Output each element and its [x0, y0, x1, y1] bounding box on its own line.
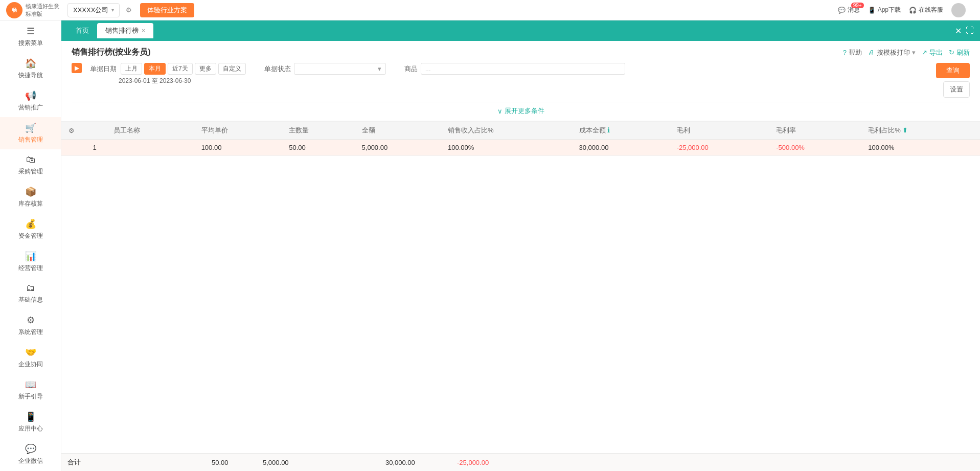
tab-home[interactable]: 首页	[67, 23, 97, 38]
print-arrow-icon: ▾	[912, 49, 916, 56]
message-badge: 99+	[851, 3, 864, 8]
sidebar-item-label: 营销推广	[18, 103, 43, 112]
try-button[interactable]: 体验行业方案	[140, 3, 194, 17]
sidebar-item-marketing[interactable]: 📢 营销推广	[0, 85, 61, 117]
settings-icon[interactable]: ⚙	[122, 3, 136, 17]
app-download-label: App下载	[878, 6, 901, 14]
collapse-toggle[interactable]: ▶	[72, 63, 82, 73]
close-window-icon[interactable]: ✕	[955, 26, 962, 36]
sidebar-item-label: 快捷导航	[18, 71, 43, 80]
footer-cost-amount: 30,000.00	[379, 459, 451, 466]
company-selector[interactable]: XXXXX公司 ▾	[67, 3, 120, 17]
finance-icon: 💰	[25, 218, 36, 230]
footer-main-qty: 50.00	[206, 459, 257, 466]
content-area: 首页 销售排行榜 × ✕ ⛶ 销售排行榜(按业务员) ? 帮助	[61, 20, 980, 471]
refresh-button[interactable]: ↻ 刷新	[949, 48, 970, 57]
th-settings[interactable]: ⚙	[61, 122, 82, 140]
tab-label: 销售排行榜	[105, 26, 139, 35]
filter-row-1: ▶ 单据日期 上月 本月 近7天 更多 自定义	[72, 63, 970, 98]
logo-area: 畅 畅康通好生意 标准版	[6, 2, 59, 18]
table-row: 1 100.00 50.00 5,000.00 100.00% 30,000.0…	[61, 140, 980, 156]
sidebar-item-app-center[interactable]: 📱 应用中心	[0, 406, 61, 438]
maximize-icon[interactable]: ⛶	[966, 26, 974, 35]
date-btn-last-month[interactable]: 上月	[121, 63, 142, 75]
sidebar-item-quick-nav[interactable]: 🏠 快捷导航	[0, 53, 61, 85]
footer-gross-profit: -25,000.00	[451, 459, 512, 466]
page-header: 销售排行榜(按业务员) ? 帮助 🖨 按模板打印 ▾ ↗	[61, 41, 980, 122]
online-service-label: 在线客服	[919, 6, 943, 14]
sidebar-item-purchase-mgmt[interactable]: 🛍 采购管理	[0, 149, 61, 181]
help-button[interactable]: ? 帮助	[843, 48, 862, 57]
th-gross-pct: 毛利占比% ⬆	[862, 122, 980, 140]
date-buttons: 上月 本月 近7天 更多 自定义	[121, 63, 246, 75]
filter-area: ▶ 单据日期 上月 本月 近7天 更多 自定义	[72, 63, 970, 121]
status-select[interactable]: ▾	[294, 63, 386, 75]
tab-sales-rank[interactable]: 销售排行榜 ×	[97, 23, 153, 38]
sidebar-item-basic-info[interactable]: 🗂 基础信息	[0, 278, 61, 309]
th-rank	[82, 122, 107, 140]
export-label: 导出	[929, 48, 943, 57]
sidebar-item-label: 库存核算	[18, 199, 43, 208]
sidebar-item-sales-mgmt[interactable]: 🛒 销售管理	[0, 117, 61, 149]
wechat-icon: 💬	[25, 443, 36, 455]
sidebar-item-enterprise-wechat[interactable]: 💬 企业微信	[0, 438, 61, 470]
page-title: 销售排行榜(按业务员)	[72, 47, 151, 58]
purchase-icon: 🛍	[26, 154, 35, 165]
expand-label: 展开更多条件	[505, 106, 544, 116]
avatar[interactable]	[951, 3, 966, 17]
sidebar-item-search-order[interactable]: ☰ 搜索菜单	[0, 20, 61, 53]
app-download-button[interactable]: 📱 App下载	[868, 6, 901, 14]
sidebar-item-label: 经营管理	[18, 264, 43, 273]
td-cost-amount: 30,000.00	[573, 140, 671, 156]
page-content: 销售排行榜(按业务员) ? 帮助 🖨 按模板打印 ▾ ↗	[61, 41, 980, 471]
online-service-button[interactable]: 🎧 在线客服	[909, 6, 943, 14]
tab-close-icon[interactable]: ×	[142, 27, 145, 34]
collab-icon: 🤝	[25, 347, 36, 358]
print-button[interactable]: 🖨 按模板打印 ▾	[868, 48, 916, 57]
sidebar-item-finance[interactable]: 💰 资金管理	[0, 213, 61, 245]
sidebar-item-label: 销售管理	[18, 136, 43, 144]
footer-amount: 5,000.00	[257, 459, 318, 466]
headset-icon: 🎧	[909, 7, 917, 14]
help-icon: ?	[843, 49, 847, 56]
logo-text: 畅康通好生意 标准版	[26, 3, 59, 17]
inventory-icon: 📦	[25, 186, 36, 197]
sidebar-item-beginner-guide[interactable]: 📖 新手引导	[0, 374, 61, 406]
th-avg-price: 平均单价	[195, 122, 283, 140]
operations-icon: 📊	[25, 251, 36, 262]
date-btn-more[interactable]: 更多	[195, 63, 216, 75]
message-button[interactable]: 💬 消息 99+	[838, 6, 860, 14]
date-btn-this-month[interactable]: 本月	[144, 63, 166, 75]
tabbar-actions: ✕ ⛶	[955, 26, 974, 36]
td-gross-rate: -500.00%	[770, 140, 862, 156]
main-layout: ☰ 搜索菜单 🏠 快捷导航 📢 营销推广 🛒 销售管理 🛍 采购管理 📦 库存核…	[0, 20, 980, 471]
header-actions: ? 帮助 🖨 按模板打印 ▾ ↗ 导出 ↻	[843, 48, 970, 57]
sidebar-item-system-mgmt[interactable]: ⚙ 系统管理	[0, 309, 61, 342]
expand-more-conditions[interactable]: ∨ 展开更多条件	[72, 102, 970, 116]
sidebar-item-enterprise-collab[interactable]: 🤝 企业协同	[0, 342, 61, 374]
query-button[interactable]: 查询	[936, 63, 970, 78]
date-btn-7days[interactable]: 近7天	[168, 63, 193, 75]
footer-sales-pct	[318, 459, 379, 466]
page-title-row: 销售排行榜(按业务员) ? 帮助 🖨 按模板打印 ▾ ↗	[72, 47, 970, 58]
sidebar-item-operations[interactable]: 📊 经营管理	[0, 245, 61, 278]
status-filter: 单据状态 ▾	[264, 63, 386, 75]
table-header-row: ⚙ 员工名称 平均单价 主数量 全额 销售收入占比% 成本全额 ℹ 毛利 毛利率…	[61, 122, 980, 140]
export-button[interactable]: ↗ 导出	[922, 48, 943, 57]
setting-button[interactable]: 设置	[943, 81, 970, 98]
th-main-qty: 主数量	[283, 122, 355, 140]
sidebar-item-label: 企业协同	[18, 360, 43, 369]
th-sales-pct: 销售收入占比%	[442, 122, 573, 140]
goods-filter-label: 商品	[404, 64, 418, 74]
system-icon: ⚙	[27, 315, 35, 326]
td-gross-profit: -25,000.00	[671, 140, 770, 156]
th-gross-profit: 毛利	[671, 122, 770, 140]
date-filter-label: 单据日期	[90, 64, 117, 74]
date-btn-custom[interactable]: 自定义	[218, 63, 246, 75]
table-footer: 合计 50.00 5,000.00 30,000.00 -25,000.00	[61, 453, 980, 471]
sidebar-item-inventory[interactable]: 📦 库存核算	[0, 181, 61, 213]
goods-input[interactable]: ...	[421, 63, 625, 75]
company-name: XXXXX公司	[73, 6, 108, 15]
home-icon: 🏠	[25, 58, 36, 69]
print-label: 按模板打印	[877, 48, 910, 57]
